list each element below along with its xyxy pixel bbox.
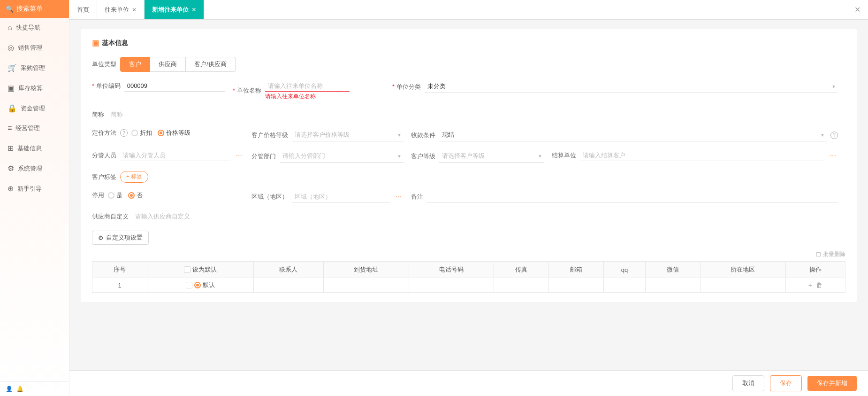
cell-seq: 1: [92, 278, 147, 293]
manager-input[interactable]: [120, 150, 230, 161]
region-more-icon[interactable]: ···: [394, 193, 404, 201]
radio-price-level-circle: [158, 130, 164, 136]
payment-condition-select[interactable]: 现结 ▼: [439, 129, 827, 141]
finance-icon: 🔒: [8, 104, 17, 113]
disabled-radio-group: 是 否: [108, 191, 143, 200]
supplier-custom-group: 供应商自定义: [92, 211, 280, 222]
radio-price-level-label: 价格等级: [166, 129, 190, 137]
short-name-input[interactable]: [108, 109, 225, 120]
payment-help-icon[interactable]: ?: [830, 132, 838, 139]
chevron-down-icon: ▼: [831, 84, 838, 89]
manager-row: 分管人员 ··· 分管部门 请输入分管部门 ▼ 客户等级 请选择客户等级 ▼: [92, 150, 845, 163]
remark-label: 备注: [411, 193, 423, 201]
section-title-text: 基本信息: [102, 39, 128, 47]
radio-discount[interactable]: 折扣: [131, 129, 152, 137]
sidebar-item-sales[interactable]: ◎ 销售管理: [0, 38, 69, 58]
unit-name-group: 单位名称 请输入往来单位名称: [233, 80, 392, 101]
customer-level-select[interactable]: 请选择客户等级 ▼: [439, 150, 544, 163]
tab-partners-close[interactable]: ✕: [132, 7, 137, 13]
save-new-button[interactable]: 保存并新增: [807, 376, 857, 391]
radio-yes-label: 是: [116, 191, 122, 200]
chevron-down-icon-4: ▼: [397, 154, 404, 159]
pricing-help-icon[interactable]: ?: [120, 129, 128, 137]
customer-price-level-placeholder: 请选择客户价格等级: [292, 129, 397, 141]
sidebar-item-quick-nav[interactable]: ⌂ 快捷导航: [0, 18, 69, 38]
remark-input[interactable]: [427, 191, 838, 202]
sidebar-item-guide[interactable]: ⊕ 新手引导: [0, 179, 69, 199]
pricing-radio-group: 折扣 价格等级: [131, 129, 190, 137]
add-row-button[interactable]: +: [808, 281, 812, 289]
col-seq: 序号: [92, 262, 147, 278]
radio-no-circle: [128, 192, 135, 199]
sidebar-label-purchase: 采购管理: [21, 64, 45, 72]
chevron-down-icon-3: ▼: [820, 132, 827, 138]
supplier-custom-row: 供应商自定义: [92, 211, 845, 222]
disabled-row: 停用 是 否 区域（地区） ···: [92, 191, 845, 202]
type-btn-customer[interactable]: 客户: [120, 57, 150, 72]
radio-yes[interactable]: 是: [108, 191, 122, 200]
unit-name-input-wrapper: 请输入往来单位名称: [265, 80, 350, 101]
search-menu-button[interactable]: 🔍 搜索菜单: [0, 0, 69, 18]
customer-price-level-select[interactable]: 请选择客户价格等级 ▼: [292, 129, 404, 141]
cancel-button[interactable]: 取消: [732, 375, 764, 391]
settlement-unit-label: 结算单位: [552, 151, 576, 160]
sidebar-item-purchase[interactable]: 🛒 采购管理: [0, 58, 69, 78]
cell-fax: [494, 278, 549, 293]
supplier-custom-input[interactable]: [132, 211, 272, 222]
unit-info-row: 单位编码 单位名称 请输入往来单位名称 单位分类 未分类 ▼: [92, 80, 845, 101]
col-default: 设为默认: [147, 262, 254, 278]
type-btn-both[interactable]: 客户/供应商: [186, 57, 236, 72]
row-default-radio[interactable]: 默认: [194, 281, 215, 289]
tab-new-partner-label: 新增往来单位: [152, 6, 189, 14]
radio-no[interactable]: 否: [128, 191, 143, 200]
settlement-unit-input[interactable]: [580, 150, 824, 161]
sidebar-item-operations[interactable]: ≡ 经营管理: [0, 118, 69, 138]
guide-icon: ⊕: [8, 184, 14, 193]
unit-category-select[interactable]: 未分类 ▼: [425, 80, 838, 93]
department-select[interactable]: 请输入分管部门 ▼: [280, 150, 404, 163]
sidebar-item-inventory[interactable]: ▣ 库存核算: [0, 78, 69, 98]
sidebar-item-basic-info[interactable]: ⊞ 基础信息: [0, 138, 69, 158]
radio-price-level[interactable]: 价格等级: [158, 129, 190, 137]
cell-contact: [253, 278, 323, 293]
cell-wechat: [645, 278, 700, 293]
search-icon: 🔍: [6, 5, 14, 13]
tab-partners[interactable]: 往来单位 ✕: [97, 0, 145, 19]
manager-more-icon[interactable]: ···: [234, 151, 244, 160]
col-region: 所在地区: [700, 262, 785, 278]
chevron-down-icon-5: ▼: [538, 154, 544, 159]
unit-type-label: 单位类型: [92, 60, 116, 69]
delete-row-button[interactable]: 🗑: [816, 281, 822, 289]
unit-code-input[interactable]: [124, 80, 225, 92]
main-close-button[interactable]: ✕: [847, 5, 868, 14]
custom-settings-button[interactable]: ⚙ 自定义项设置: [92, 231, 149, 245]
custom-settings-label: 自定义项设置: [106, 233, 143, 242]
region-input[interactable]: [292, 191, 390, 202]
sidebar-label-guide: 新手引导: [17, 185, 42, 193]
customer-price-level-group: 客户价格等级 请选择客户价格等级 ▼: [251, 129, 411, 141]
add-tag-button[interactable]: + 标签: [120, 171, 148, 183]
radio-no-label: 否: [137, 191, 143, 200]
cell-default: 默认: [147, 278, 254, 293]
settlement-more-icon[interactable]: ···: [828, 151, 838, 160]
customer-tag-label: 客户标签: [92, 173, 116, 181]
footer: 取消 保存 保存并新增: [69, 370, 868, 396]
col-qq: qq: [604, 262, 645, 278]
cell-email: [549, 278, 604, 293]
tab-new-partner-close[interactable]: ✕: [191, 7, 196, 13]
save-button[interactable]: 保存: [770, 375, 802, 391]
unit-name-input[interactable]: [265, 80, 350, 92]
home-icon: ⌂: [8, 23, 12, 32]
sidebar-item-finance[interactable]: 🔒 资金管理: [0, 98, 69, 118]
sidebar-item-system[interactable]: ⚙ 系统管理: [0, 158, 69, 179]
disabled-group: 停用 是 否: [92, 191, 251, 200]
row-default-label: 默认: [203, 281, 215, 289]
type-btn-supplier[interactable]: 供应商: [150, 57, 186, 72]
tab-new-partner[interactable]: 新增往来单位 ✕: [145, 0, 204, 19]
batch-delete-label[interactable]: 批量删除: [823, 250, 845, 258]
section-title: ▣ 基本信息: [92, 39, 845, 47]
select-all-checkbox[interactable]: [184, 266, 190, 273]
tab-home[interactable]: 首页: [69, 0, 97, 19]
row-checkbox[interactable]: [186, 282, 192, 288]
sidebar-label-quick-nav: 快捷导航: [16, 23, 40, 32]
